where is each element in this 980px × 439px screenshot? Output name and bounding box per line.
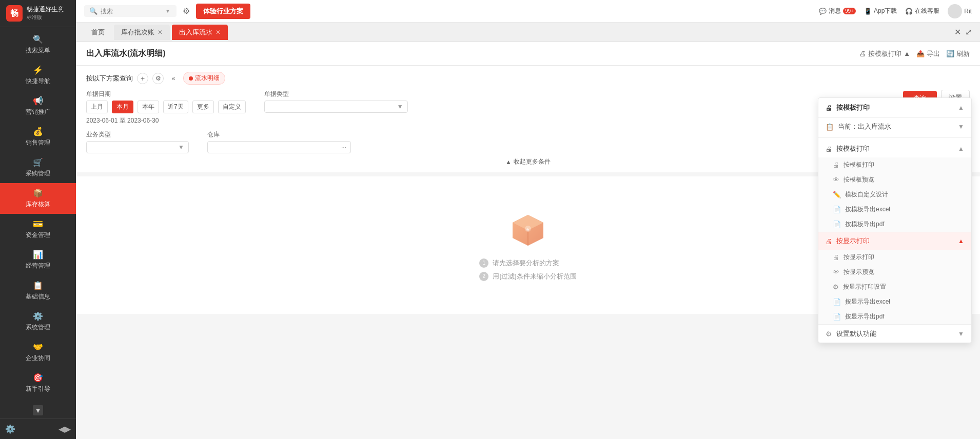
basic-icon: 📋 — [33, 281, 43, 290]
filter-chip-label: 流水明细 — [195, 74, 220, 83]
filter-doc-type-select[interactable]: ▼ — [264, 101, 408, 113]
filter-date-this-month[interactable]: 本月 — [112, 101, 133, 113]
print-dropdown: 🖨 按模板打印 ▲ 📋 当前：出入库流水 ▼ 🖨 按模板打 — [818, 97, 972, 343]
filter-header: 按以下方案查询 + ⚙ « 流水明细 — [86, 72, 970, 85]
filter-date-label: 单据日期 — [86, 90, 246, 98]
dropdown-current-item[interactable]: 📋 当前：出入库流水 ▼ — [818, 118, 971, 135]
topbar: 🔍 ▼ ⚙ 体验行业方案 💬 消息 99+ 📱 App下载 🎧 在线客服 Rit — [76, 0, 980, 23]
sidebar-item-search[interactable]: 🔍 搜索菜单 — [0, 29, 76, 60]
disp-sub-preview-icon: 👁 — [833, 268, 839, 276]
sidebar-item-system[interactable]: ⚙️ 系统管理 — [0, 306, 76, 337]
filter-date-prev-month[interactable]: 上月 — [86, 101, 108, 113]
display-print-header[interactable]: 🖨 按显示打印 ▲ — [818, 232, 971, 250]
refresh-label: 刷新 — [956, 49, 970, 58]
template-print-sub-1[interactable]: 🖨 按模板打印 — [818, 157, 971, 172]
topbar-search-box[interactable]: 🔍 ▼ — [84, 5, 177, 17]
sidebar-item-label: 采购管理 — [26, 169, 50, 178]
sidebar-item-guide[interactable]: 🎯 新手引导 — [0, 368, 76, 398]
filter-setting-btn[interactable]: ⚙ — [152, 73, 164, 84]
sidebar-item-basic[interactable]: 📋 基础信息 — [0, 275, 76, 306]
tab-flow[interactable]: 出入库流水 ✕ — [172, 25, 228, 40]
search-input[interactable] — [101, 8, 162, 15]
filter-date-7days[interactable]: 近7天 — [163, 101, 188, 113]
sidebar-item-inventory[interactable]: 📦 库存核算 — [0, 183, 76, 214]
template-print-sub-2[interactable]: 👁 按模板预览 — [818, 172, 971, 187]
display-print-sub-4[interactable]: 📄 按显示导出excel — [818, 294, 971, 309]
sidebar-nav: 🔍 搜索菜单 ⚡ 快捷导航 📢 营销推广 💰 销售管理 🛒 采购管理 📦 库存核… — [0, 27, 76, 402]
main-area: 🔍 ▼ ⚙ 体验行业方案 💬 消息 99+ 📱 App下载 🎧 在线客服 Rit — [76, 0, 980, 439]
sidebar-item-enterprise[interactable]: 🤝 企业协同 — [0, 337, 76, 368]
filter-label: 按以下方案查询 — [86, 74, 133, 83]
display-print-header-left: 🖨 按显示打印 — [826, 236, 870, 246]
flow-tab-close[interactable]: ✕ — [215, 29, 221, 36]
disp-sub-preview-label: 按显示预览 — [844, 268, 874, 276]
empty-steps: 1 请先选择要分析的方案 2 用[过滤]条件来缩小分析范围 — [479, 256, 576, 283]
sidebar-item-operations[interactable]: 📊 经营管理 — [0, 245, 76, 275]
filter-date-more[interactable]: 更多 — [192, 101, 214, 113]
sidebar-item-sales[interactable]: 💰 销售管理 — [0, 122, 76, 152]
template-print-chevron: ▲ — [958, 145, 964, 152]
user-avatar-btn[interactable]: Rit — [948, 4, 972, 18]
template-print-header[interactable]: 🖨 按模板打印 ▲ — [818, 140, 971, 157]
filter-chip[interactable]: 流水明细 — [183, 72, 225, 85]
disp-sub-pdf-icon: 📄 — [833, 313, 841, 321]
dropdown-current-label: 当前：出入库流水 — [838, 122, 891, 131]
dropdown-header-chevron[interactable]: ▲ — [958, 104, 964, 111]
display-print-sub-2[interactable]: 👁 按显示预览 — [818, 265, 971, 280]
window-close-btn[interactable]: ✕ — [954, 27, 961, 37]
dropdown-footer-item[interactable]: ⚙ 设置默认功能 ▼ — [818, 325, 971, 343]
app-name: 畅捷通好生意 — [27, 6, 64, 14]
sidebar-item-purchase[interactable]: 🛒 采购管理 — [0, 152, 76, 183]
trial-btn[interactable]: 体验行业方案 — [196, 4, 250, 19]
filter-warehouse-select[interactable]: ··· — [207, 141, 351, 153]
filter-warehouse-dots[interactable]: ··· — [341, 144, 346, 151]
filter-add-btn[interactable]: + — [137, 73, 148, 84]
template-print-sub-5[interactable]: 📄 按模板导出pdf — [818, 217, 971, 232]
topbar-gear-icon[interactable]: ⚙ — [183, 6, 190, 16]
dropdown-footer-left: ⚙ 设置默认功能 — [826, 329, 876, 338]
footer-chevron: ▼ — [958, 330, 964, 337]
export-btn[interactable]: 📤 导出 — [916, 49, 940, 58]
filter-collapse-btn[interactable]: « — [168, 73, 179, 84]
customer-service-label: 在线客服 — [915, 7, 939, 15]
filter-date-this-year[interactable]: 本年 — [138, 101, 159, 113]
sidebar-scroll-down[interactable]: ▼ — [33, 405, 43, 415]
sidebar-item-quick-nav[interactable]: ⚡ 快捷导航 — [0, 60, 76, 91]
app-download-btn[interactable]: 📱 App下载 — [864, 7, 897, 15]
template-print-sub-4[interactable]: 📄 按模板导出excel — [818, 202, 971, 217]
disp-sub-print-label: 按显示打印 — [844, 253, 874, 262]
template-print-sub-3[interactable]: ✏️ 模板自定义设计 — [818, 187, 971, 202]
app-version: 标准版 — [27, 14, 64, 21]
batch-tab-label: 库存批次账 — [121, 28, 154, 37]
filter-warehouse-group: 仓库 ··· — [207, 130, 351, 153]
batch-tab-close[interactable]: ✕ — [158, 29, 163, 36]
customer-service-btn[interactable]: 🎧 在线客服 — [905, 7, 939, 15]
print-label: 按模板打印 — [868, 49, 901, 58]
filter-biz-type-group: 业务类型 ▼ — [86, 130, 189, 153]
filter-biz-type-select[interactable]: ▼ — [86, 141, 189, 153]
message-btn[interactable]: 💬 消息 99+ — [819, 7, 856, 15]
sidebar-item-app-center[interactable]: 📱 应用中心 — [0, 398, 76, 402]
page-title: 出入库流水(流水明细) — [86, 48, 166, 59]
refresh-btn[interactable]: 🔄 刷新 — [946, 49, 970, 58]
display-print-sub-5[interactable]: 📄 按显示导出pdf — [818, 309, 971, 324]
disp-sub-print-icon: 🖨 — [833, 253, 839, 261]
step-2-num: 2 — [479, 272, 488, 281]
sidebar-item-finance[interactable]: 💳 资金管理 — [0, 214, 76, 245]
sidebar-collapse-btn[interactable]: ◀▶ — [58, 424, 71, 434]
footer-setting-label: 设置默认功能 — [836, 329, 876, 338]
display-print-sub-1[interactable]: 🖨 按显示打印 — [818, 250, 971, 265]
sidebar-item-marketing[interactable]: 📢 营销推广 — [0, 91, 76, 122]
window-expand-btn[interactable]: ⤢ — [965, 27, 972, 37]
collapse-more-btn[interactable]: ▲ 收起更多条件 — [505, 157, 551, 166]
tab-batch[interactable]: 库存批次账 ✕ — [114, 25, 170, 40]
footer-setting-icon: ⚙ — [826, 330, 832, 338]
print-btn[interactable]: 🖨 按模板打印 ▲ — [859, 49, 910, 58]
marketing-icon: 📢 — [33, 96, 43, 106]
step-1-label: 请先选择要分析的方案 — [493, 256, 559, 270]
filter-date-custom[interactable]: 自定义 — [218, 101, 246, 113]
display-print-sub-3[interactable]: ⚙ 按显示打印设置 — [818, 280, 971, 294]
sidebar-settings-btn[interactable]: ⚙️ — [5, 424, 15, 434]
finance-icon: 💳 — [33, 219, 43, 229]
tab-home[interactable]: 首页 — [84, 25, 112, 40]
